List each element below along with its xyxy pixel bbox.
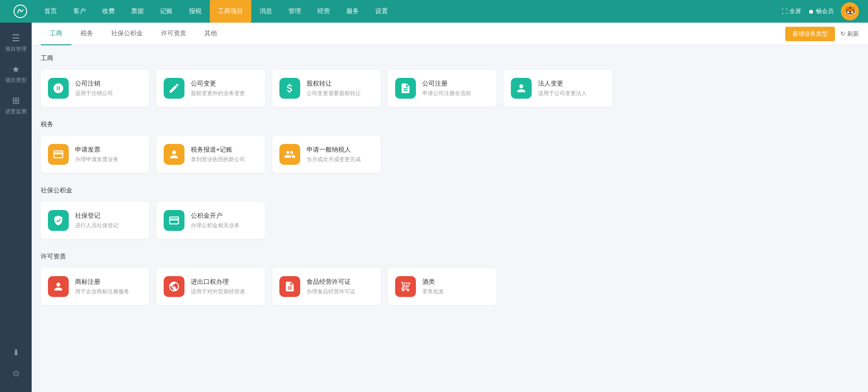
card-title-fund: 公积金开户 [191, 212, 258, 220]
tab-other[interactable]: 其他 [195, 23, 226, 45]
logo-icon [12, 3, 28, 19]
tab-actions: 新增业务类型 ↻ 刷新 [785, 27, 859, 41]
nav-operations[interactable]: 经营 [309, 0, 338, 23]
card-company-register[interactable]: 公司注册 申请公司注册全流程 [388, 70, 496, 107]
cards-grid-social: 社保登记 进行人员社保登记 公积金开户 办理公积金相关业务 [41, 202, 859, 239]
card-company-change[interactable]: 公司变更 股权变更外的业务变更 [156, 70, 265, 107]
card-icon-taxpayer [279, 144, 300, 165]
card-info-equity: 股权转让 公司变更需要股权转让 [307, 80, 373, 97]
sidebar: ☰ 项目管理 ★ 项目类型 ⊞ 进度监测 ⬇ ⊙ [0, 23, 32, 392]
card-desc-alcohol: 零售批发 [422, 288, 489, 296]
card-desc-food: 办理食品经营许可证 [307, 288, 373, 296]
card-icon-import-export [164, 276, 184, 297]
nav-bills[interactable]: 票据 [123, 0, 152, 23]
card-icon-legal [511, 78, 532, 99]
card-desc-invoice: 办理申请发票业务 [75, 156, 142, 163]
nav-messages[interactable]: 消息 [251, 0, 280, 23]
card-desc-import-export: 适用于对外贸易经营者 [191, 288, 258, 296]
card-icon-change [164, 78, 184, 99]
nav-service[interactable]: 服务 [338, 0, 367, 23]
card-info-tax-report: 税务报道+记账 拿到营业执照的新公司 [191, 146, 258, 163]
card-desc-social: 进行人员社保登记 [75, 222, 142, 229]
tab-license[interactable]: 许可资质 [152, 23, 195, 45]
card-legal-change[interactable]: 法人变更 适用于公司变更法人 [504, 70, 612, 107]
card-import-export[interactable]: 进出口权办理 适用于对外贸易经营者 [156, 268, 265, 305]
card-icon-cancel [48, 78, 69, 99]
section-title-license: 许可资质 [41, 253, 859, 261]
card-icon-social [48, 210, 69, 231]
card-tax-report[interactable]: 税务报道+记账 拿到营业执照的新公司 [156, 136, 265, 173]
card-social-insurance[interactable]: 社保登记 进行人员社保登记 [41, 202, 149, 239]
card-title-alcohol: 酒类 [422, 278, 489, 286]
section-title-business: 工商 [41, 54, 859, 62]
mascot-avatar[interactable]: 🐯 [841, 2, 859, 20]
svg-rect-1 [404, 285, 405, 286]
cards-grid-business: 公司注销 适用于注销公司 公司变更 股权变更外的业务变更 [41, 70, 859, 107]
sidebar-item-project-type[interactable]: ★ 项目类型 [0, 58, 32, 90]
card-desc-change: 股权变更外的业务变更 [191, 90, 258, 97]
card-title-register: 公司注册 [422, 80, 489, 88]
card-info-change: 公司变更 股权变更外的业务变更 [191, 80, 258, 97]
card-title-invoice: 申请发票 [75, 146, 142, 154]
card-title-trademark: 商标注册 [75, 278, 142, 286]
card-provident-fund[interactable]: 公积金开户 办理公积金相关业务 [156, 202, 265, 239]
card-title-legal: 法人变更 [538, 80, 605, 88]
card-desc-fund: 办理公积金相关业务 [191, 222, 258, 229]
sidebar-download[interactable]: ⬇ [0, 343, 32, 362]
nav-management[interactable]: 管理 [280, 0, 309, 23]
sidebar-help[interactable]: ⊙ [0, 364, 32, 383]
card-equity-transfer[interactable]: 股权转让 公司变更需要股权转让 [272, 70, 381, 107]
fullscreen-icon: ⛶ [782, 8, 788, 15]
card-info-food: 食品经营许可证 办理食品经营许可证 [307, 278, 373, 296]
sidebar-item-progress[interactable]: ⊞ 进度监测 [0, 90, 32, 121]
sidebar-label-project-mgmt: 项目管理 [5, 45, 27, 53]
tab-business[interactable]: 工商 [41, 23, 71, 45]
fullscreen-btn[interactable]: ⛶ 全屏 [782, 7, 801, 15]
card-info-social: 社保登记 进行人员社保登记 [75, 212, 142, 229]
card-icon-alcohol [395, 276, 416, 297]
card-title-social: 社保登记 [75, 212, 142, 220]
card-desc-register: 申请公司注册全流程 [422, 90, 489, 97]
sidebar-label-progress: 进度监测 [5, 108, 27, 115]
card-trademark[interactable]: 商标注册 用于企业商标注册服务 [41, 268, 149, 305]
nav-home[interactable]: 首页 [36, 0, 65, 23]
tab-bar: 工商 税务 社保公积金 许可资质 其他 新增业务类型 ↻ 刷新 [32, 23, 868, 45]
card-title-tax-report: 税务报道+记账 [191, 146, 258, 154]
refresh-button[interactable]: ↻ 刷新 [840, 30, 859, 38]
record-icon: ⏺ [808, 8, 814, 15]
nav-customer[interactable]: 客户 [65, 0, 94, 23]
nav-tax[interactable]: 报税 [181, 0, 210, 23]
section-title-tax: 税务 [41, 120, 859, 129]
card-desc-trademark: 用于企业商标注册服务 [75, 288, 142, 296]
content-area: 工商 税务 社保公积金 许可资质 其他 新增业务类型 ↻ 刷新 工商 [32, 23, 868, 392]
fullscreen-label: 全屏 [789, 7, 801, 15]
nav-bookkeeping[interactable]: 记账 [152, 0, 181, 23]
scroll-content[interactable]: 工商 公司注销 适用于注销公司 公司变更 [32, 45, 868, 392]
member-btn[interactable]: ⏺ 畅会员 [808, 7, 834, 15]
new-type-button[interactable]: 新增业务类型 [785, 27, 835, 41]
nav-business[interactable]: 工商项目 [210, 0, 251, 23]
card-alcohol[interactable]: 酒类 零售批发 [388, 268, 496, 305]
tab-tax[interactable]: 税务 [71, 23, 102, 45]
card-icon-invoice [48, 144, 69, 165]
card-general-taxpayer[interactable]: 申请一般纳税人 当月或次月成变更完成 [272, 136, 381, 173]
logo-area [5, 3, 36, 19]
nav-fees[interactable]: 收费 [94, 0, 123, 23]
sidebar-item-project-mgmt[interactable]: ☰ 项目管理 [0, 27, 32, 58]
card-desc-legal: 适用于公司变更法人 [538, 90, 605, 97]
nav-items: 首页 客户 收费 票据 记账 报税 工商项目 消息 管理 经营 服务 设置 [36, 0, 782, 23]
card-title-food: 食品经营许可证 [307, 278, 373, 286]
cards-grid-license: 商标注册 用于企业商标注册服务 进出口权办理 适用于对外贸易经营者 [41, 268, 859, 305]
card-invoice[interactable]: 申请发票 办理申请发票业务 [41, 136, 149, 173]
card-info-alcohol: 酒类 零售批发 [422, 278, 489, 296]
card-food-permit[interactable]: 食品经营许可证 办理食品经营许可证 [272, 268, 381, 305]
card-icon-tax-report [164, 144, 184, 165]
card-icon-trademark [48, 276, 69, 297]
member-label: 畅会员 [816, 7, 834, 15]
nav-settings[interactable]: 设置 [367, 0, 396, 23]
card-desc-taxpayer: 当月或次月成变更完成 [307, 156, 373, 163]
card-title-taxpayer: 申请一般纳税人 [307, 146, 373, 154]
tab-social[interactable]: 社保公积金 [102, 23, 152, 45]
card-company-cancel[interactable]: 公司注销 适用于注销公司 [41, 70, 149, 107]
nav-right: ⛶ 全屏 ⏺ 畅会员 🐯 [782, 2, 868, 20]
